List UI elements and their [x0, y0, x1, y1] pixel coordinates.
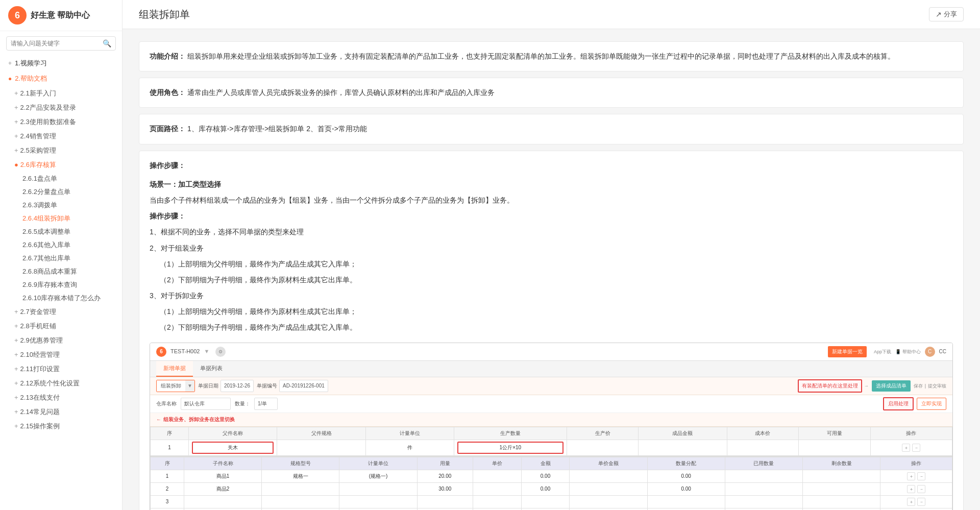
- sidebar-item-2-13[interactable]: +2.13在线支付: [14, 391, 122, 405]
- screenshot-dropdown-icon: ▼: [204, 347, 209, 357]
- sidebar-item-2-6-5[interactable]: 2.6.5成本调整单: [22, 225, 122, 238]
- sidebar-header: 6 好生意 帮助中心: [0, 0, 122, 31]
- col-avail: 可用量: [799, 427, 871, 440]
- sidebar-item-2-15[interactable]: +2.15操作案例: [14, 419, 122, 433]
- screenshot-newbtn[interactable]: 新建单据一览: [828, 346, 867, 357]
- table-row: 3＋－: [151, 496, 952, 508]
- share-button[interactable]: ↗ 分享: [929, 7, 964, 21]
- col-cost: 成本价: [727, 427, 799, 440]
- screenshot-bom-annotation: 有装配清单的在这里处理 →: [798, 379, 869, 393]
- table-row: 1 关木 件 1公斤×10: [151, 440, 952, 456]
- sidebar-item-2-6-4[interactable]: 2.6.4组装拆卸单: [22, 212, 122, 225]
- sidebar-item-2-8[interactable]: +2.8手机旺铺: [14, 319, 122, 333]
- main: 组装拆卸单 ↗ 分享 功能介绍： 组装拆卸单用来处理企业组装或拆卸等加工业务，支…: [122, 0, 980, 510]
- sidebar-item-2-6-9[interactable]: 2.6.9库存账本查询: [22, 278, 122, 292]
- screenshot-logo: 6: [156, 347, 166, 357]
- scene1-desc: 当由多个子件材料组装成一个成品的业务为【组装】业务，当由一个父件拆分成多个子产品…: [150, 194, 953, 207]
- screenshot-child-table: 序 子件名称 规格型号 计量单位 用量 单价 金额 单价金额 数量分配 已用数量: [150, 456, 952, 510]
- col-qty: 生产数量: [454, 427, 567, 440]
- sidebar-item-2-6-2[interactable]: 2.6.2分量盘点单: [22, 185, 122, 199]
- main-body: 功能介绍： 组装拆卸单用来处理企业组装或拆卸等加工业务，支持有固定装配清单的产品…: [122, 29, 980, 510]
- screenshot-green-select[interactable]: 选择成品清单: [872, 380, 911, 392]
- sidebar-item-video[interactable]: + 1.视频学习: [0, 56, 122, 71]
- screenshot-assembly-annotation: ← 组装业务、拆卸业务在这里切换: [150, 413, 952, 427]
- sidebar-item-2-6-8[interactable]: 2.6.8商品成本重算: [22, 265, 122, 278]
- step2-1: （1）上部明细为父件明细，最终作为产成品生成其它入库单；: [150, 258, 953, 271]
- main-header: 组装拆卸单 ↗ 分享: [122, 0, 980, 29]
- path-label: 页面路径：: [150, 125, 185, 133]
- screenshot-parent-table: 序 父件名称 父件规格 计量单位 生产数量 生产价 成品金额 成本价 可用量 操…: [150, 427, 952, 456]
- ops-title: 操作步骤：: [150, 159, 953, 172]
- role-label: 使用角色：: [150, 88, 185, 96]
- screenshot: 6 TEST-H002 ▼ ⚙ 新建单据一览 App下载 📱 帮助中心 C CC…: [150, 343, 953, 510]
- ops-steps-sub-title: 操作步骤：: [150, 210, 953, 223]
- sidebar-item-2-6-7[interactable]: 2.6.7其他出库单: [22, 252, 122, 265]
- app-logo: 6: [8, 6, 27, 25]
- screenshot-appbar: 6 TEST-H002 ▼ ⚙ 新建单据一览 App下载 📱 帮助中心 C CC: [150, 343, 952, 361]
- sidebar-item-2-3[interactable]: +2.3使用前数据准备: [14, 115, 122, 129]
- sidebar-item-2-6[interactable]: ●2.6库存核算: [14, 158, 122, 172]
- step2: 2、对于组装业务: [150, 242, 953, 255]
- sidebar-nav: + 1.视频学习 ● 2.帮助文档 +2.1新手入门 +2.2产品安装及登录 +…: [0, 56, 122, 510]
- sidebar-item-2-4[interactable]: +2.4销售管理: [14, 129, 122, 143]
- intro-card: 功能介绍： 组装拆卸单用来处理企业组装或拆卸等加工业务，支持有固定装配清单的产品…: [139, 41, 964, 71]
- sidebar-item-2-10[interactable]: +2.10经营管理: [14, 348, 122, 362]
- intro-label: 功能介绍：: [150, 52, 185, 60]
- col-seq: 序: [151, 427, 189, 440]
- screenshot-date-field: 单据日期 2019-12-26: [198, 380, 254, 392]
- sub-sub-2-6: 2.6.1盘点单 2.6.2分量盘点单 2.6.3调拨单 2.6.4组装拆卸单 …: [14, 172, 122, 305]
- search-box[interactable]: 🔍: [6, 36, 116, 51]
- screenshot-no-field: 单据编号 AD-20191226-001: [257, 380, 328, 392]
- table-row: 1 商品1 规格一 (规格一) 20.00 0.00 0.00: [151, 470, 952, 483]
- page-title: 组装拆卸单: [139, 8, 190, 21]
- sidebar-item-2-14[interactable]: +2.14常见问题: [14, 405, 122, 419]
- col-price: 生产价: [567, 427, 639, 440]
- step1: 1、根据不同的业务，选择不同单据的类型来处理: [150, 226, 953, 238]
- sidebar-item-2-6-10[interactable]: 2.6.10库存账本错了怎么办: [22, 292, 122, 305]
- sidebar: 6 好生意 帮助中心 🔍 + 1.视频学习 ● 2.帮助文档 +2.1新手入门 …: [0, 0, 122, 510]
- sidebar-item-2-6-3[interactable]: 2.6.3调拨单: [22, 199, 122, 212]
- step3: 3、对于拆卸业务: [150, 289, 953, 302]
- share-icon: ↗: [936, 10, 942, 18]
- sidebar-item-docs[interactable]: ● 2.帮助文档: [0, 71, 122, 86]
- search-icon[interactable]: 🔍: [103, 39, 111, 47]
- sidebar-item-2-6-1[interactable]: 2.6.1盘点单: [22, 172, 122, 185]
- screenshot-tab-new[interactable]: 新增单据: [156, 361, 193, 377]
- share-label: 分享: [944, 10, 957, 19]
- sidebar-item-2-5[interactable]: +2.5采购管理: [14, 143, 122, 158]
- steps-card: 操作步骤： 场景一：加工类型选择 当由多个子件材料组装成一个成品的业务为【组装】…: [139, 151, 964, 510]
- screenshot-type-select[interactable]: 组装拆卸 ▼: [156, 380, 195, 392]
- sidebar-item-2-1[interactable]: +2.1新手入门: [14, 86, 122, 101]
- sidebar-item-2-2[interactable]: +2.2产品安装及登录: [14, 101, 122, 115]
- sidebar-item-2-11[interactable]: +2.11打印设置: [14, 362, 122, 376]
- sidebar-item-2-12[interactable]: +2.12系统个性化设置: [14, 376, 122, 391]
- screenshot-tabs: 新增单据 单据列表: [150, 361, 952, 378]
- docs-sub: +2.1新手入门 +2.2产品安装及登录 +2.3使用前数据准备 +2.4销售管…: [0, 86, 122, 433]
- path-card: 页面路径： 1、库存核算->库存管理->组装拆卸单 2、首页->常用功能: [139, 114, 964, 144]
- collapse-icon: ●: [8, 75, 12, 82]
- expand-icon: +: [8, 60, 12, 67]
- role-text: 通常由生产人员或库管人员完成拆装业务的操作，库管人员确认原材料的出库和产成品的入…: [187, 88, 495, 96]
- screenshot-appid: TEST-H002: [170, 347, 200, 357]
- sidebar-item-2-9[interactable]: +2.9优惠券管理: [14, 333, 122, 348]
- col-parent-name: 父件名称: [189, 427, 277, 440]
- col-action: 操作: [870, 427, 952, 440]
- col-amount: 成品金额: [639, 427, 727, 440]
- scene1-title: 场景一：加工类型选择: [150, 178, 953, 191]
- step3-2: （2）下部明细为子件明细，最终作为产成品生成其它入库单。: [150, 321, 953, 334]
- step3-1: （1）上部明细为父件明细，最终作为原材料生成其它出库单；: [150, 305, 953, 318]
- col-unit: 计量单位: [365, 427, 454, 440]
- sidebar-item-2-7[interactable]: +2.7资金管理: [14, 305, 122, 319]
- step2-2: （2）下部明细为子件明细，最终作为原材料生成其它出库单。: [150, 274, 953, 286]
- screenshot-tab-list[interactable]: 单据列表: [193, 361, 230, 377]
- sidebar-item-2-6-6[interactable]: 2.6.6其他入库单: [22, 238, 122, 252]
- screenshot-form-row: 仓库名称 默认仓库 数量： 1/单 启用处理 立即实现: [150, 395, 952, 413]
- screenshot-apply-btn[interactable]: 立即实现: [917, 398, 946, 410]
- table-row: 2 商品2 30.00 0.00 0.00: [151, 483, 952, 496]
- search-input[interactable]: [11, 40, 103, 47]
- screenshot-actions: 有装配清单的在这里处理 → 选择成品清单 保存 | 提交审核: [798, 379, 946, 393]
- screenshot-toolbar: 组装拆卸 ▼ 单据日期 2019-12-26 单据编号 AD-20191226-…: [150, 377, 952, 395]
- role-card: 使用角色： 通常由生产人员或库管人员完成拆装业务的操作，库管人员确认原材料的出库…: [139, 78, 964, 108]
- app-title: 好生意 帮助中心: [31, 10, 90, 21]
- path-text: 1、库存核算->库存管理->组装拆卸单 2、首页->常用功能: [187, 125, 367, 133]
